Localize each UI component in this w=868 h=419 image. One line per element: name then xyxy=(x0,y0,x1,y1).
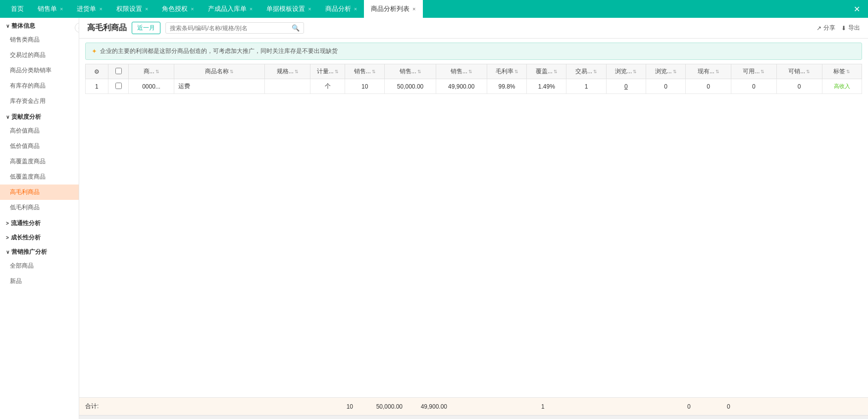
sort-icon-tag[interactable]: ⇅ xyxy=(846,69,850,74)
sidebar-item-4-1[interactable]: 新品 xyxy=(0,274,79,289)
period-button[interactable]: 近一月 xyxy=(132,22,160,34)
col-label-saleable: 可销... xyxy=(788,67,805,76)
share-button[interactable]: ↗ 分享 xyxy=(817,24,835,32)
sort-icon-browse2[interactable]: ⇅ xyxy=(673,69,677,74)
sidebar-item-0-4[interactable]: 库存资金占用 xyxy=(0,93,79,109)
sort-icon-name[interactable]: ⇅ xyxy=(230,69,234,74)
export-button[interactable]: ⬇ 导出 xyxy=(841,24,860,32)
col-header-sales_qty[interactable]: 销售...⇅ xyxy=(345,64,385,79)
section-arrow-4: ∨ xyxy=(6,249,9,255)
sort-icon-saleable[interactable]: ⇅ xyxy=(806,69,810,74)
sidebar-section-2[interactable]: > 流通性分析 xyxy=(0,215,79,230)
sidebar-item-1-1[interactable]: 低价值商品 xyxy=(0,139,79,154)
col-header-profit_rate[interactable]: 毛利率⇅ xyxy=(487,64,526,79)
sidebar-section-3[interactable]: > 成长性分析 xyxy=(0,230,79,244)
section-arrow-3: > xyxy=(6,235,9,240)
sort-icon-unit[interactable]: ⇅ xyxy=(335,69,339,74)
sort-icon-profit_rate[interactable]: ⇅ xyxy=(514,69,518,74)
col-label-available: 可用... xyxy=(743,67,760,76)
sidebar-item-0-0[interactable]: 销售类商品 xyxy=(0,32,79,47)
col-header-sales_profit[interactable]: 销售...⇅ xyxy=(436,64,487,79)
col-header-current_stock[interactable]: 现有...⇅ xyxy=(686,64,731,79)
sidebar-item-1-5[interactable]: 低毛利商品 xyxy=(0,200,79,215)
browse-link-0[interactable]: 0 xyxy=(624,83,628,90)
sidebar-item-0-3[interactable]: 有库存的商品 xyxy=(0,78,79,93)
sidebar-item-0-1[interactable]: 交易过的商品 xyxy=(0,47,79,63)
sidebar-item-1-3[interactable]: 低覆盖度商品 xyxy=(0,169,79,185)
section-arrow-2: > xyxy=(6,221,9,226)
nav-item-3[interactable]: 权限设置× xyxy=(109,0,155,18)
sidebar-section-4[interactable]: ∨ 营销推广分析 xyxy=(0,244,79,258)
footer-sale: 0 xyxy=(709,403,748,410)
sort-icon-code[interactable]: ⇅ xyxy=(155,69,159,74)
col-header-trade_cnt[interactable]: 交易...⇅ xyxy=(566,64,606,79)
search-input[interactable] xyxy=(170,25,289,32)
nav-item-4[interactable]: 角色授权× xyxy=(155,0,201,18)
sort-icon-sales_profit[interactable]: ⇅ xyxy=(468,69,472,74)
sort-icon-coverage[interactable]: ⇅ xyxy=(554,69,558,74)
col-header-spec[interactable]: 规格...⇅ xyxy=(265,64,310,79)
footer-qty: 10 xyxy=(332,403,367,410)
nav-item-6[interactable]: 单据模板设置× xyxy=(259,0,318,18)
col-header-saleable[interactable]: 可销...⇅ xyxy=(776,64,822,79)
footer-amt: 50,000.00 xyxy=(367,403,411,410)
horizontal-scrollbar[interactable] xyxy=(79,415,868,419)
sort-icon-current_stock[interactable]: ⇅ xyxy=(715,69,719,74)
sort-icon-available[interactable]: ⇅ xyxy=(761,69,765,74)
col-label-sales_qty: 销售... xyxy=(354,67,371,76)
settings-icon[interactable]: ⚙ xyxy=(94,68,100,75)
nav-item-0[interactable]: 首页 xyxy=(4,0,31,18)
search-icon[interactable]: 🔍 xyxy=(292,24,300,32)
nav-item-5[interactable]: 产成品入库单× xyxy=(201,0,259,18)
col-header-settings[interactable]: ⚙ xyxy=(86,64,108,79)
nav-close-6[interactable]: × xyxy=(308,6,311,12)
col-header-browse2[interactable]: 浏览...⇅ xyxy=(646,64,686,79)
col-header-sales_amt[interactable]: 销售...⇅ xyxy=(385,64,436,79)
nav-close-8[interactable]: × xyxy=(412,6,415,12)
info-icon: ✦ xyxy=(92,47,97,55)
nav-item-1[interactable]: 销售单× xyxy=(31,0,70,18)
close-all-button[interactable]: ✕ xyxy=(850,4,864,14)
col-label-sales_profit: 销售... xyxy=(451,67,467,76)
sidebar-section-0[interactable]: ∨ 整体信息 xyxy=(0,18,79,32)
sort-icon-trade_cnt[interactable]: ⇅ xyxy=(593,69,597,74)
cell-0-sales_qty: 10 xyxy=(345,79,385,94)
col-header-unit[interactable]: 计量...⇅ xyxy=(310,64,345,79)
cell-0-browse2: 0 xyxy=(646,79,686,94)
col-header-name[interactable]: 商品名称⇅ xyxy=(174,64,265,79)
nav-item-2[interactable]: 进货单× xyxy=(70,0,109,18)
sidebar-item-4-0[interactable]: 全部商品 xyxy=(0,258,79,274)
sort-icon-sales_qty[interactable]: ⇅ xyxy=(372,69,376,74)
section-arrow-1: ∨ xyxy=(6,114,9,120)
col-header-code[interactable]: 商...⇅ xyxy=(129,64,174,79)
nav-close-1[interactable]: × xyxy=(60,6,63,12)
select-all-checkbox[interactable] xyxy=(115,68,122,74)
cell-0-trade_cnt: 1 xyxy=(566,79,606,94)
nav-close-5[interactable]: × xyxy=(250,6,253,12)
sidebar-section-1[interactable]: ∨ 贡献度分析 xyxy=(0,109,79,123)
sidebar-item-1-0[interactable]: 高价值商品 xyxy=(0,123,79,139)
content-header: 高毛利商品 近一月 🔍 ↗ 分享 ⬇ 导出 xyxy=(79,18,868,39)
row-checkbox-0[interactable] xyxy=(115,83,122,89)
sidebar-item-1-2[interactable]: 高覆盖度商品 xyxy=(0,154,79,169)
nav-close-7[interactable]: × xyxy=(354,6,357,12)
nav-item-8[interactable]: 商品分析列表× xyxy=(364,0,422,18)
col-header-tag[interactable]: 标签⇅ xyxy=(822,64,862,79)
sort-icon-spec[interactable]: ⇅ xyxy=(295,69,299,74)
col-header-checkbox[interactable] xyxy=(108,64,128,79)
col-header-coverage[interactable]: 覆盖...⇅ xyxy=(527,64,566,79)
col-header-available[interactable]: 可用...⇅ xyxy=(731,64,777,79)
sort-icon-browse1[interactable]: ⇅ xyxy=(633,69,637,74)
sidebar-item-0-2[interactable]: 商品分类助销率 xyxy=(0,63,79,78)
nav-close-3[interactable]: × xyxy=(145,6,148,12)
nav-close-4[interactable]: × xyxy=(191,6,194,12)
sidebar-item-1-4[interactable]: 高毛利商品 xyxy=(0,185,79,200)
footer-cells: 10 50,000.00 49,900.00 1 0 0 xyxy=(106,403,862,410)
nav-item-7[interactable]: 商品分析× xyxy=(318,0,364,18)
nav-close-2[interactable]: × xyxy=(99,6,102,12)
footer-trade: 1 xyxy=(525,403,560,410)
col-label-spec: 规格... xyxy=(277,67,294,76)
sort-icon-sales_amt[interactable]: ⇅ xyxy=(417,69,421,74)
col-header-browse1[interactable]: 浏览...⇅ xyxy=(606,64,646,79)
export-icon: ⬇ xyxy=(841,25,846,32)
